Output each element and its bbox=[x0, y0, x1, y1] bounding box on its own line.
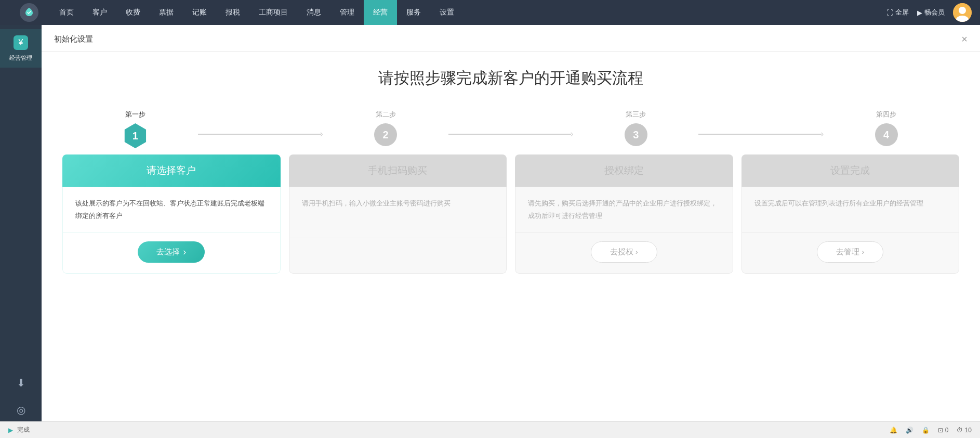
steps-container: 请按照步骤完成新客户的开通购买流程 第一步 1 › 第二步 2 bbox=[42, 52, 980, 421]
nav-items: 首页 客户 收费 票据 记账 报税 工商项目 消息 管理 经营 服务 设置 bbox=[50, 0, 886, 25]
step-3-label: 第三步 bbox=[626, 110, 646, 119]
card-4-description: 设置完成后可以在管理列表进行所有企业用户的经营管理 bbox=[754, 197, 947, 210]
play-icon: ▶ bbox=[8, 427, 13, 434]
step-2-circle: 2 bbox=[374, 123, 397, 146]
cards-container: 请选择客户 该处展示的客户为不在回收站、客户状态正常建账后完成老板端绑定的所有客… bbox=[62, 154, 959, 274]
vip-icon: ▶ bbox=[917, 9, 922, 17]
step-4-circle: 4 bbox=[875, 123, 898, 146]
nav-home[interactable]: 首页 bbox=[50, 0, 83, 25]
card-4: 设置完成 设置完成后可以在管理列表进行所有企业用户的经营管理 去管理 › bbox=[741, 154, 960, 274]
card-4-footer: 去管理 › bbox=[741, 233, 960, 274]
nav-accounting[interactable]: 记账 bbox=[183, 0, 216, 25]
timer-icon: ⏱ 10 bbox=[957, 427, 972, 434]
step-connector-2: › bbox=[448, 128, 574, 139]
step-4-label: 第四步 bbox=[876, 110, 896, 119]
step-connector-1: › bbox=[198, 128, 323, 139]
lock-icon: 🔒 bbox=[922, 427, 930, 434]
volume-icon: 🔊 bbox=[906, 427, 913, 434]
card-1-description: 该处展示的客户为不在回收站、客户状态正常建账后完成老板端绑定的所有客户 bbox=[75, 197, 268, 222]
fullscreen-button[interactable]: ⛶ 全屏 bbox=[886, 8, 909, 17]
card-4-title: 设置完成 bbox=[830, 165, 870, 176]
card-1-footer: 去选择 › bbox=[62, 233, 281, 274]
card-1-title: 请选择客户 bbox=[147, 165, 196, 176]
vip-button[interactable]: ▶ 畅会员 bbox=[917, 8, 945, 17]
card-2-description: 请用手机扫码，输入小微企业主账号密码进行购买 bbox=[302, 197, 494, 210]
step-3-group: 第三步 3 bbox=[573, 110, 698, 146]
card-2-footer bbox=[289, 238, 507, 274]
status-text: 完成 bbox=[17, 426, 30, 434]
card-3-footer: 去授权 › bbox=[515, 233, 733, 274]
step-3-circle: 3 bbox=[625, 123, 647, 146]
steps-indicator-row: 第一步 1 › 第二步 2 › bbox=[62, 110, 959, 148]
bell-icon: 🔔 bbox=[890, 427, 897, 434]
card-1-header: 请选择客户 bbox=[62, 154, 281, 187]
step-1-group: 第一步 1 bbox=[73, 110, 198, 148]
page-header: 初始化设置 × bbox=[42, 25, 980, 52]
nav-right-area: ⛶ 全屏 ▶ 畅会员 bbox=[886, 3, 972, 22]
nav-settings[interactable]: 设置 bbox=[430, 0, 463, 25]
step-1-circle: 1 bbox=[123, 123, 148, 148]
card-3-button[interactable]: 去授权 › bbox=[591, 241, 657, 263]
card-3-content: 请先购买，购买后选择开通的产品中的企业用户进行授权绑定，成功后即可进行经营管理 bbox=[515, 187, 733, 233]
nav-manage[interactable]: 管理 bbox=[330, 0, 364, 25]
step-1-label: 第一步 bbox=[125, 110, 145, 119]
card-2-content: 请用手机扫码，输入小微企业主账号密码进行购买 bbox=[289, 187, 507, 238]
arrow-icon: › bbox=[183, 247, 186, 257]
support-icon: ◎ bbox=[17, 404, 25, 416]
operation-icon: ¥ bbox=[14, 35, 28, 50]
main-content: 初始化设置 × 请按照步骤完成新客户的开通购买流程 第一步 1 › bbox=[42, 25, 980, 421]
card-3: 授权绑定 请先购买，购买后选择开通的产品中的企业用户进行授权绑定，成功后即可进行… bbox=[515, 154, 733, 274]
sidebar-item-operation[interactable]: ¥ 经营管理 bbox=[0, 29, 42, 68]
main-layout: ¥ 经营管理 ⬇ ◎ 初始化设置 × 请按照步骤完成新客户的开通购买流程 第一步 bbox=[0, 25, 980, 421]
sidebar-support[interactable]: ◎ bbox=[0, 398, 42, 421]
nav-bill[interactable]: 票据 bbox=[150, 0, 183, 25]
card-4-header: 设置完成 bbox=[741, 154, 960, 187]
status-counter: ⊡ 0 bbox=[938, 427, 948, 434]
card-2-header: 手机扫码购买 bbox=[289, 154, 507, 187]
status-bar: ▶ 完成 🔔 🔊 🔒 ⊡ 0 ⏱ 10 bbox=[0, 421, 980, 438]
step-4-group: 第四步 4 bbox=[824, 110, 949, 146]
download-icon: ⬇ bbox=[17, 377, 25, 389]
sidebar-download[interactable]: ⬇ bbox=[0, 371, 42, 394]
card-1-content: 该处展示的客户为不在回收站、客户状态正常建账后完成老板端绑定的所有客户 bbox=[62, 187, 281, 233]
nav-operation[interactable]: 经营 bbox=[364, 0, 397, 25]
card-4-content: 设置完成后可以在管理列表进行所有企业用户的经营管理 bbox=[741, 187, 960, 233]
step-connector-3: › bbox=[698, 128, 824, 139]
close-button[interactable]: × bbox=[961, 33, 968, 45]
nav-message[interactable]: 消息 bbox=[297, 0, 330, 25]
card-3-header: 授权绑定 bbox=[515, 154, 733, 187]
step-2-label: 第二步 bbox=[376, 110, 396, 119]
svg-point-1 bbox=[959, 7, 966, 14]
status-bar-right: 🔔 🔊 🔒 ⊡ 0 ⏱ 10 bbox=[890, 427, 972, 434]
nav-fee[interactable]: 收费 bbox=[116, 0, 150, 25]
card-1-button[interactable]: 去选择 › bbox=[138, 241, 205, 263]
sidebar: ¥ 经营管理 ⬇ ◎ bbox=[0, 25, 42, 421]
step-2-group: 第二步 2 bbox=[323, 110, 448, 146]
card-2-title: 手机扫码购买 bbox=[368, 165, 427, 176]
card-3-description: 请先购买，购买后选择开通的产品中的企业用户进行授权绑定，成功后即可进行经营管理 bbox=[528, 197, 720, 222]
card-2: 手机扫码购买 请用手机扫码，输入小微企业主账号密码进行购买 bbox=[289, 154, 507, 274]
app-logo bbox=[20, 3, 38, 22]
user-avatar[interactable] bbox=[953, 3, 972, 22]
card-4-button[interactable]: 去管理 › bbox=[817, 241, 883, 263]
nav-commerce[interactable]: 工商项目 bbox=[249, 0, 297, 25]
nav-service[interactable]: 服务 bbox=[397, 0, 430, 25]
logo-area bbox=[8, 3, 50, 22]
page-title: 初始化设置 bbox=[54, 34, 93, 44]
fullscreen-icon: ⛶ bbox=[886, 9, 893, 17]
top-navigation: 首页 客户 收费 票据 记账 报税 工商项目 消息 管理 经营 服务 设置 ⛶ … bbox=[0, 0, 980, 25]
nav-tax[interactable]: 报税 bbox=[216, 0, 249, 25]
card-3-title: 授权绑定 bbox=[604, 165, 644, 176]
nav-customer[interactable]: 客户 bbox=[83, 0, 116, 25]
main-title: 请按照步骤完成新客户的开通购买流程 bbox=[62, 68, 959, 89]
card-1: 请选择客户 该处展示的客户为不在回收站、客户状态正常建账后完成老板端绑定的所有客… bbox=[62, 154, 281, 274]
